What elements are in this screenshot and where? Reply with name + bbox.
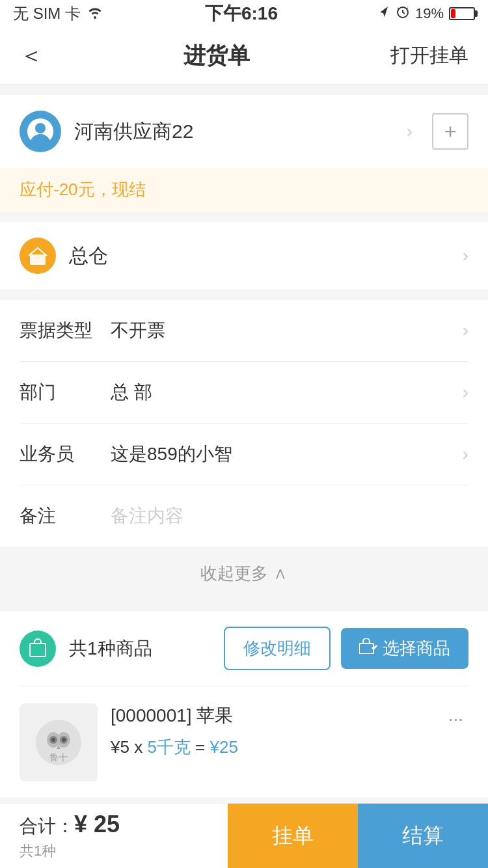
table-row: 鲁十 [0000001] 苹果 ¥5 x 5千克 = ¥25 ··· [0,688,488,797]
status-indicators: 19% [379,5,475,23]
divider-products [20,686,468,686]
price-eq: = [191,737,210,757]
supplier-section: 河南供应商22 › + 应付-20元，现结 [0,95,488,211]
battery-icon [449,7,475,20]
department-label: 部门 [20,380,98,405]
total-area: 合计：¥ 25 共1种 [0,804,228,868]
department-row[interactable]: 部门 总 部 › [0,362,488,423]
svg-rect-4 [359,644,373,654]
bottom-bar: 合计：¥ 25 共1种 挂单 结算 [0,803,488,868]
modify-detail-button[interactable]: 修改明细 [224,627,331,670]
divider-3 [0,290,488,300]
supplier-row[interactable]: 河南供应商22 › + [0,95,488,168]
status-bar: 无 SIM 卡 下午6:16 19% [0,0,488,27]
invoice-label: 票据类型 [20,318,98,343]
salesperson-label: 业务员 [20,442,98,467]
warehouse-chevron-icon: › [463,245,468,266]
invoice-value: 不开票 [98,318,463,343]
products-count: 共1种商品 [69,636,224,661]
alarm-icon [396,5,410,23]
avatar-inner [27,118,53,144]
price-qty: 5千克 [147,737,190,757]
select-product-button[interactable]: 选择商品 [341,628,468,669]
page-title: 进货单 [183,41,250,71]
divider-4 [0,601,488,611]
form-section: 票据类型 不开票 › 部门 总 部 › 业务员 这是859的小智 › 备注 备注… [0,300,488,547]
add-button[interactable]: + [432,113,468,150]
warehouse-name: 总仓 [69,243,463,269]
products-icon [20,631,56,667]
products-header: 共1种商品 修改明细 选择商品 [0,611,488,686]
svg-rect-3 [30,644,46,657]
department-value: 总 部 [98,380,463,405]
remark-row[interactable]: 备注 备注内容 [0,485,488,547]
location-icon [379,5,390,22]
total-label: 合计： [20,816,74,836]
svg-rect-2 [30,254,46,265]
svg-point-11 [62,738,66,742]
invoice-chevron-icon: › [463,320,468,341]
price-total: ¥25 [210,737,237,757]
supplier-chevron-icon: › [407,121,413,142]
hang-button[interactable]: 挂单 [228,804,358,868]
warehouse-icon [20,237,56,274]
svg-point-10 [51,738,55,742]
status-carrier: 无 SIM 卡 [13,3,104,24]
product-title: 苹果 [197,705,233,726]
status-time: 下午6:16 [205,1,278,26]
collapse-row[interactable]: 收起更多 ∧ [0,547,488,601]
invoice-row[interactable]: 票据类型 不开票 › [0,300,488,361]
divider-2 [0,211,488,222]
product-info: [0000001] 苹果 ¥5 x 5千克 = ¥25 [111,703,443,759]
product-id: [0000001] [111,705,197,726]
supplier-name: 河南供应商22 [74,118,407,145]
open-hang-button[interactable]: 打开挂单 [390,42,468,69]
divider-1 [0,85,488,95]
product-price: ¥5 x 5千克 = ¥25 [111,736,443,759]
select-icon [359,638,377,658]
svg-point-1 [35,123,46,133]
svg-text:鲁十: 鲁十 [49,752,68,763]
warehouse-section: 总仓 › [0,222,488,290]
products-section: 共1种商品 修改明细 选择商品 鲁十 [0,611,488,797]
salesperson-chevron-icon: › [463,444,468,465]
salesperson-value: 这是859的小智 [98,442,463,467]
remark-placeholder[interactable]: 备注内容 [98,504,468,528]
price-unit: ¥5 x [111,737,147,757]
nav-bar: ＜ 进货单 打开挂单 [0,27,488,85]
checkout-button[interactable]: 结算 [358,804,488,868]
total-main: 合计：¥ 25 [20,811,208,839]
salesperson-row[interactable]: 业务员 这是859的小智 › [0,424,488,485]
department-chevron-icon: › [463,382,468,403]
battery-text: 19% [415,5,444,22]
wifi-icon [86,5,104,23]
select-product-label: 选择商品 [383,637,450,660]
supplier-avatar [20,111,61,152]
warehouse-row[interactable]: 总仓 › [0,222,488,290]
notice-text: 应付-20元，现结 [20,180,146,199]
product-thumbnail: 鲁十 [20,703,98,781]
product-name: [0000001] 苹果 [111,703,443,728]
notice-bar: 应付-20元，现结 [0,168,488,211]
back-button[interactable]: ＜ [20,40,43,72]
carrier-text: 无 SIM 卡 [13,3,81,24]
collapse-label: 收起更多 ∧ [200,562,287,585]
remark-label: 备注 [20,504,98,528]
total-sub: 共1种 [20,841,208,861]
total-amount: ¥ 25 [74,811,120,837]
product-more-button[interactable]: ··· [443,703,468,735]
